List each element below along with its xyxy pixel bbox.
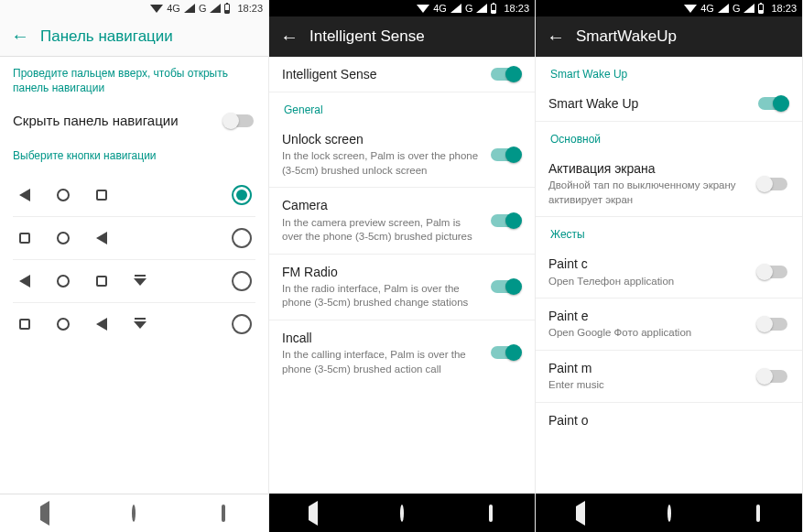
section-main: Основной	[536, 122, 802, 151]
recent-key-icon	[96, 190, 107, 201]
item-sub: Двойной тап по выключенному экрану актив…	[548, 179, 749, 207]
nav-home[interactable]	[651, 506, 688, 520]
nav-recent[interactable]	[740, 506, 776, 520]
radio-unselected[interactable]	[232, 314, 252, 334]
item-sub: In the radio interface, Palm is over the…	[282, 282, 482, 310]
nav-layout-options	[0, 170, 268, 349]
item-switch[interactable]	[491, 148, 520, 161]
app-bar: ← SmartWakeUp	[536, 16, 802, 57]
nav-layout-option[interactable]	[13, 303, 255, 345]
master-switch[interactable]	[491, 68, 520, 81]
status-bar: 4G G 18:23	[269, 0, 535, 16]
row-hide-navbar[interactable]: Скрыть панель навигации	[0, 103, 268, 139]
item-switch[interactable]	[758, 266, 787, 278]
row-paint-o[interactable]: Paint o	[536, 403, 802, 430]
signal-icon	[450, 4, 461, 13]
nav-layout-option[interactable]	[13, 217, 255, 260]
nav-back[interactable]	[562, 506, 599, 520]
nav-back[interactable]	[27, 506, 63, 520]
nav-recent[interactable]	[472, 506, 509, 520]
signal-icon	[210, 4, 221, 13]
app-bar: ← Intelligent Sense	[269, 16, 535, 57]
signal-icon	[743, 4, 754, 13]
net-g: G	[732, 3, 741, 14]
pulldown-key-icon	[134, 318, 146, 331]
nav-recent[interactable]	[205, 506, 242, 520]
item-switch[interactable]	[491, 214, 520, 227]
app-bar: ← Панель навигации	[0, 16, 268, 57]
battery-icon	[224, 4, 230, 14]
status-clock: 18:23	[771, 3, 797, 14]
item-title: Camera	[282, 197, 482, 213]
row-intelligent-sense-master[interactable]: Intelligent Sense	[269, 57, 535, 92]
battery-icon	[491, 4, 496, 14]
wifi-icon	[417, 5, 429, 13]
item-sub: In the calling interface, Palm is over t…	[282, 348, 482, 376]
system-navbar	[536, 494, 802, 532]
master-switch[interactable]	[758, 97, 787, 110]
item-sub: In the camera preview screen, Palm is ov…	[282, 216, 482, 244]
content-area: Проведите пальцем вверх, чтобы открыть п…	[0, 57, 268, 494]
net-g: G	[465, 3, 473, 14]
recent-key-icon	[96, 276, 107, 287]
nav-layout-option[interactable]	[13, 174, 255, 217]
row-paint-m[interactable]: Paint m Enter music	[536, 351, 802, 402]
radio-unselected[interactable]	[232, 271, 252, 291]
item-title: Paint e	[548, 308, 749, 324]
row-fm-radio[interactable]: FM Radio In the radio interface, Palm is…	[269, 255, 535, 320]
panel-navigation: 4G G 18:23 ← Панель навигации Проведите …	[0, 0, 269, 532]
item-sub: Enter music	[548, 378, 749, 393]
master-label: Smart Wake Up	[548, 95, 749, 112]
item-switch[interactable]	[758, 370, 787, 383]
nav-back[interactable]	[295, 506, 331, 520]
back-button[interactable]: ←	[269, 27, 309, 48]
section-general: General	[269, 92, 535, 122]
item-title: Unlock screen	[282, 131, 482, 147]
row-camera[interactable]: Camera In the camera preview screen, Pal…	[269, 188, 535, 253]
row-paint-e[interactable]: Paint e Open Google Фото application	[536, 299, 802, 350]
net-label: 4G	[433, 3, 447, 14]
radio-selected[interactable]	[232, 185, 252, 205]
item-sub: Open Телефон application	[548, 275, 749, 289]
signal-icon	[718, 4, 729, 13]
radio-unselected[interactable]	[232, 228, 252, 248]
back-button[interactable]: ←	[0, 26, 40, 47]
nav-home[interactable]	[384, 506, 420, 520]
back-key-icon	[96, 318, 107, 331]
nav-home[interactable]	[115, 506, 152, 520]
item-switch[interactable]	[491, 280, 520, 293]
row-smart-wakeup-master[interactable]: Smart Wake Up	[536, 86, 802, 121]
content-area: Smart Wake Up Smart Wake Up Основной Акт…	[536, 57, 802, 494]
hide-navbar-label: Скрыть панель навигации	[13, 112, 215, 130]
item-title: FM Radio	[282, 264, 482, 280]
item-switch[interactable]	[491, 346, 520, 359]
row-paint-c[interactable]: Paint c Open Телефон application	[536, 246, 802, 298]
item-switch[interactable]	[758, 318, 787, 331]
master-label: Intelligent Sense	[282, 66, 482, 82]
section-smart-wakeup: Smart Wake Up	[536, 57, 802, 86]
row-unlock-screen[interactable]: Unlock screen In the lock screen, Palm i…	[269, 122, 535, 187]
item-title: Активация экрана	[548, 160, 749, 177]
hide-navbar-switch[interactable]	[224, 114, 254, 127]
battery-icon	[758, 4, 764, 14]
item-title: Paint c	[548, 255, 749, 272]
nav-layout-option[interactable]	[13, 260, 255, 303]
item-title: Paint m	[548, 360, 749, 376]
home-key-icon	[57, 232, 70, 244]
home-key-icon	[57, 189, 70, 201]
signal-icon	[476, 4, 487, 13]
wifi-icon	[684, 5, 697, 13]
row-screen-activation[interactable]: Активация экрана Двойной тап по выключен…	[536, 151, 802, 216]
net-label: 4G	[167, 3, 180, 14]
item-sub: Open Google Фото application	[548, 326, 749, 341]
status-bar: 4G G 18:23	[0, 0, 268, 16]
status-clock: 18:23	[504, 3, 529, 14]
signal-icon	[184, 4, 195, 13]
content-area: Intelligent Sense General Unlock screen …	[269, 57, 535, 494]
row-incall[interactable]: Incall In the calling interface, Palm is…	[269, 320, 535, 385]
back-button[interactable]: ←	[536, 27, 576, 48]
item-switch[interactable]	[758, 178, 787, 190]
item-title: Incall	[282, 330, 482, 346]
section-gestures: Жесты	[536, 217, 802, 246]
item-sub: In the lock screen, Palm is over the pho…	[282, 149, 482, 178]
